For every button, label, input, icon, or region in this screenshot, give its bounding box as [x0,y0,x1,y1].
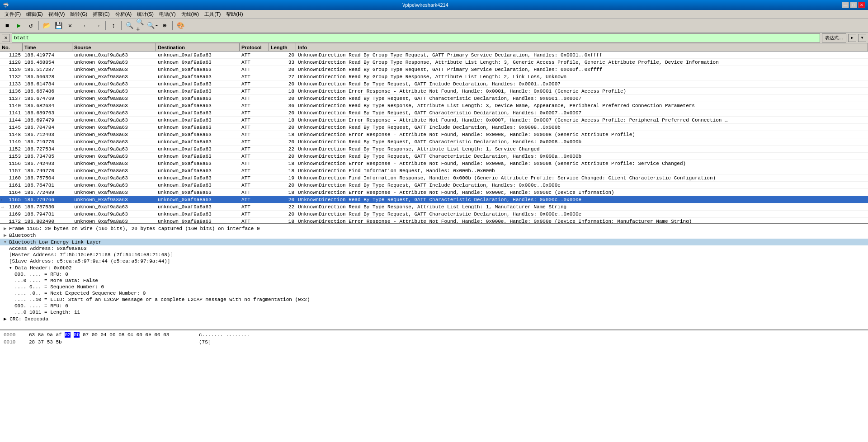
packet-cell-time: 186.727534 [23,146,72,152]
toolbar-zoom-in-button[interactable]: 🔍+ [136,20,146,31]
column-header-time[interactable]: Time [23,43,72,51]
detail-row[interactable]: Access Address: 0xaf9a8a63 [0,245,868,252]
packet-row[interactable]: 1153186.734785unknown_0xaf9a8a63unknown_… [0,153,868,160]
filter-arrow-button[interactable]: ▸ [848,34,856,42]
detail-text: .... 0... = Sequence Number: 0 [14,284,104,290]
detail-row[interactable]: ...0 1011 = Length: 11 [0,309,868,315]
column-header-no[interactable]: No. [0,43,23,51]
toolbar-stop-button[interactable]: ■ [2,20,13,31]
filter-dropdown-button[interactable]: ▾ [858,34,866,42]
detail-row[interactable]: .... 0... = Sequence Number: 0 [0,284,868,290]
toolbar-goto-button[interactable]: ↕ [108,20,119,31]
column-header-info[interactable]: Info [296,43,868,51]
menu-item-s[interactable]: 统计(S) [134,10,156,19]
packet-row[interactable]: 1129186.517287unknown_0xaf9a8a63unknown_… [0,66,868,73]
filter-clear-button[interactable]: ✕ [2,34,10,42]
detail-row[interactable]: ▶ Bluetooth [0,232,868,239]
packet-row[interactable]: 1160186.757504unknown_0xaf9a8a63unknown_… [0,174,868,182]
filter-expression-button[interactable]: 表达式… [822,33,846,42]
title-bar-icon: 🦈 [3,2,9,8]
detail-row[interactable]: 000. .... = RFU: 0 [0,303,868,309]
toolbar-restart-button[interactable]: ↺ [25,20,36,31]
packet-row[interactable]: 1164186.772489unknown_0xaf9a8a63unknown_… [0,189,868,196]
packet-cell-no: 1125 [0,52,23,58]
minimize-button[interactable]: — [842,2,849,8]
menu-item-h[interactable]: 帮助(H) [223,10,245,19]
close-button[interactable]: ✕ [858,2,865,8]
menu-item-c[interactable]: 捕获(C) [90,10,112,19]
toolbar-forward-button[interactable]: → [92,20,103,31]
toolbar-separator-3 [105,21,106,30]
packet-row[interactable]: 1161186.764781unknown_0xaf9a8a63unknown_… [0,182,868,189]
menu-item-e[interactable]: 编辑(E) [24,10,46,19]
detail-row[interactable]: .... .0.. = Next Expected Sequence Numbe… [0,290,868,296]
packet-row[interactable]: 1132186.566328unknown_0xaf9a8a63unknown_… [0,73,868,80]
column-header-length[interactable]: Length [269,43,296,51]
toolbar-save-button[interactable]: 💾 [53,20,64,31]
packet-row[interactable]: 1152186.727534unknown_0xaf9a8a63unknown_… [0,146,868,153]
packet-row-wrapper: 1128186.468854unknown_0xaf9a8a63unknown_… [0,59,868,66]
packet-row[interactable]: 1136186.667486unknown_0xaf9a8a63unknown_… [0,88,868,95]
detail-row[interactable]: [Slave Address: e5:ea:a5:97:9a:44 (e5:ea… [0,258,868,264]
packet-cell-info: UnknownDirection Read By Group Type Resp… [296,60,868,65]
menu-item-f[interactable]: 文件(F) [2,10,24,19]
menu-item-y[interactable]: 电话(Y) [156,10,179,19]
toolbar-start-button[interactable]: ▶ [14,20,24,31]
packet-row[interactable]: 1145186.704784unknown_0xaf9a8a63unknown_… [0,124,868,131]
packet-row[interactable]: 1128186.468854unknown_0xaf9a8a63unknown_… [0,59,868,66]
menu-item-a[interactable]: 分析(A) [113,10,135,19]
packet-row[interactable]: 1141186.689763unknown_0xaf9a8a63unknown_… [0,109,868,117]
packet-cell-len: 20 [269,154,296,159]
detail-row[interactable]: 000. .... = RFU: 0 [0,271,868,277]
packet-row[interactable]: 1149186.719770unknown_0xaf9a8a63unknown_… [0,138,868,146]
detail-row[interactable]: [Master Address: 7f:5b:10:e8:21:68 (7f:5… [0,252,868,258]
maximize-button[interactable]: □ [850,2,857,8]
menu-item-w[interactable]: 无线(W) [179,10,202,19]
packet-row[interactable]: 1165186.779766unknown_0xaf9a8a63unknown_… [0,196,868,203]
menu-item-g[interactable]: 跳转(G) [67,10,90,19]
packet-cell-proto: ATT [240,146,269,152]
packet-row[interactable]: 1137186.674769unknown_0xaf9a8a63unknown_… [0,95,868,102]
packet-cell-proto: ATT [240,161,269,166]
packet-cell-source: unknown_0xaf9a8a63 [72,139,156,145]
packet-cell-source: unknown_0xaf9a8a63 [72,132,156,137]
filter-input[interactable] [12,33,820,42]
packet-cell-dest: unknown_0xaf9a8a63 [156,96,240,101]
packet-row[interactable]: 1168186.787530unknown_0xaf9a8a63unknown_… [0,203,868,211]
packet-row[interactable]: 1133186.614784unknown_0xaf9a8a63unknown_… [0,80,868,88]
detail-row[interactable]: .... ..10 = LLID: Start of an L2CAP mess… [0,296,868,303]
column-header-protocol[interactable]: Protocol [240,43,269,51]
packet-cell-dest: unknown_0xaf9a8a63 [156,132,240,137]
menu-item-v[interactable]: 视图(V) [46,10,68,19]
packet-row[interactable]: 1144186.697479unknown_0xaf9a8a63unknown_… [0,117,868,124]
packet-cell-len: 22 [269,204,296,210]
detail-row[interactable]: ▾ Bluetooth Low Energy Link Layer [0,239,868,245]
packet-cell-time: 186.779766 [23,197,72,202]
toolbar-zoom-out-button[interactable]: 🔍- [147,20,158,31]
packet-row[interactable]: 1125186.419774unknown_0xaf9a8a63unknown_… [0,52,868,59]
packet-cell-proto: ATT [240,60,269,65]
toolbar-open-button[interactable]: 📂 [41,20,52,31]
packet-row[interactable]: 1148186.712493unknown_0xaf9a8a63unknown_… [0,131,868,138]
detail-row[interactable]: ▾ Data Header: 0x0b02 [0,264,868,271]
detail-row[interactable]: ▶ Frame 1165: 20 bytes on wire (160 bits… [0,225,868,232]
toolbar-back-button[interactable]: ← [80,20,91,31]
packet-list: No. Time Source Destination Protocol Len… [0,43,868,224]
packet-row[interactable]: 1156186.742493unknown_0xaf9a8a63unknown_… [0,160,868,167]
toolbar-close-button[interactable]: ✕ [65,20,75,31]
packet-row[interactable]: 1172186.802490unknown_0xaf9a8a63unknown_… [0,218,868,224]
packet-row[interactable]: 1140186.682634unknown_0xaf9a8a63unknown_… [0,102,868,109]
packet-cell-source: unknown_0xaf9a8a63 [72,96,156,101]
detail-row[interactable]: ...0 .... = More Data: False [0,277,868,284]
toolbar-zoom-normal-button[interactable]: ⊕ [159,20,170,31]
packet-row[interactable]: 1157186.749770unknown_0xaf9a8a63unknown_… [0,167,868,174]
column-header-source[interactable]: Source [72,43,156,51]
packet-cell-source: unknown_0xaf9a8a63 [72,204,156,210]
detail-row[interactable]: ▶ CRC: 0xeccada [0,315,868,322]
column-header-destination[interactable]: Destination [156,43,240,51]
toolbar-find-button[interactable]: 🔍 [124,20,135,31]
toolbar-colorize-button[interactable]: 🎨 [175,20,186,31]
packet-row[interactable]: 1169186.794781unknown_0xaf9a8a63unknown_… [0,211,868,218]
packet-cell-dest: unknown_0xaf9a8a63 [156,103,240,108]
menu-item-t[interactable]: 工具(T) [202,10,223,19]
